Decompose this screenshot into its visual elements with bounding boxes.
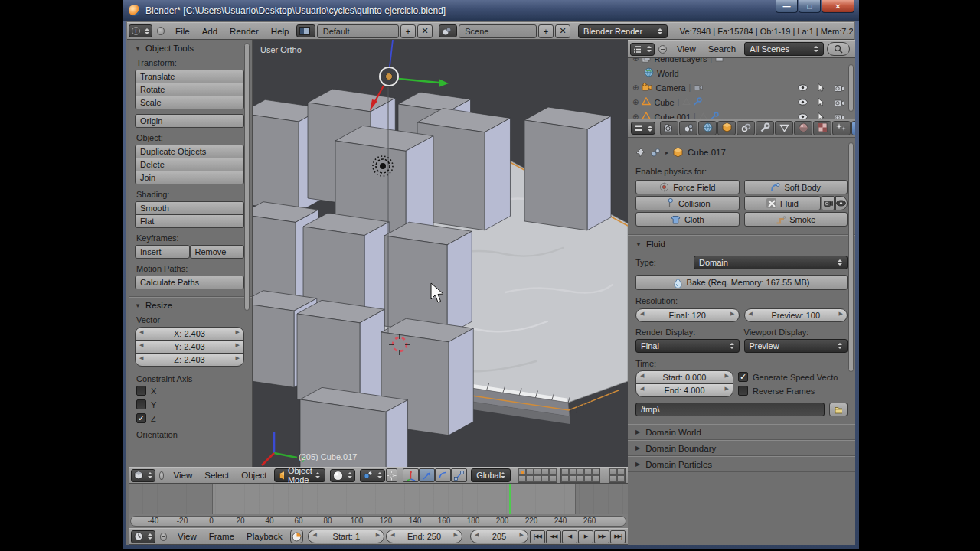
resize-vector-slider-y[interactable]: ◀Y: 2.403▶ <box>135 340 244 354</box>
manipulator-axes-icon-button[interactable] <box>403 468 419 482</box>
timeline-menu-playback[interactable]: Playback <box>240 532 289 541</box>
editor-type-selector-timeline[interactable] <box>131 530 155 543</box>
resize-panel-header[interactable]: ▼ Resize <box>135 301 244 310</box>
selectability-cursor-icon[interactable] <box>818 83 825 92</box>
resolution-preview-slider[interactable]: ◀Preview: 100▶ <box>744 308 848 322</box>
outliner-item-name[interactable]: World <box>657 69 679 78</box>
viewport-menu-object[interactable]: Object <box>235 471 273 480</box>
outliner-item-name[interactable]: Camera <box>655 83 685 93</box>
3d-viewport[interactable]: y User Ortho (205) Cube.017 <box>253 40 628 467</box>
fluid-viewport-toggle[interactable] <box>835 196 848 210</box>
layer-cell[interactable] <box>526 475 534 482</box>
breadcrumb-object-name[interactable]: Cube.017 <box>688 148 726 157</box>
generate-speed-vectors-option[interactable]: ✓ Generate Speed Vecto <box>738 372 848 382</box>
selectability-cursor-icon[interactable] <box>818 98 825 106</box>
constraint-axis-checkbox-y[interactable] <box>136 399 146 409</box>
outliner-menu-view[interactable]: View <box>671 44 702 54</box>
object-tools-panel-header[interactable]: ▼ Object Tools <box>135 44 244 53</box>
viewport-display-dropdown[interactable]: Preview <box>744 339 848 353</box>
timeline-playhead[interactable] <box>509 484 511 514</box>
layer-cell[interactable] <box>534 468 541 475</box>
renderability-camera-icon[interactable] <box>835 99 844 106</box>
previous-keyframe-button[interactable]: ◀◀ <box>546 530 561 543</box>
tab-physics[interactable] <box>851 121 855 135</box>
tab-modifiers[interactable] <box>756 121 774 135</box>
selectability-cursor-icon[interactable] <box>818 112 825 119</box>
layer-cell[interactable] <box>625 468 626 475</box>
editor-type-selector-properties[interactable] <box>631 122 655 135</box>
editor-type-selector-info[interactable]: i <box>129 24 152 37</box>
tab-data[interactable] <box>775 121 793 135</box>
menu-render[interactable]: Render <box>224 27 265 36</box>
tool-button-translate[interactable]: Translate <box>135 70 244 83</box>
time-end-slider[interactable]: ◀End: 4.000▶ <box>635 383 733 397</box>
timeline-scrollbar[interactable]: -40-200204060801001201401601802002202402… <box>129 514 628 528</box>
expand-icon[interactable]: ⊕ <box>632 112 639 119</box>
collapsed-panel-domain-boundary[interactable]: ▶Domain Boundary <box>628 440 855 456</box>
visibility-eye-icon[interactable] <box>798 99 808 106</box>
collapse-menus-icon[interactable] <box>159 471 164 480</box>
layer-cell[interactable] <box>518 468 526 475</box>
outliner-scrollbar[interactable] <box>848 64 854 112</box>
editor-type-selector-outliner[interactable] <box>630 43 655 56</box>
collapse-menus-icon[interactable] <box>160 533 167 541</box>
layer-cell[interactable] <box>561 475 569 482</box>
frame-end-field[interactable]: ◀End: 250▶ <box>386 530 462 543</box>
outliner-filter-dropdown[interactable]: All Scenes <box>744 42 824 56</box>
renderability-camera-icon[interactable] <box>835 113 844 120</box>
collapsed-panel-domain-particles[interactable]: ▶Domain Particles <box>628 456 855 472</box>
delete-scene-button[interactable]: ✕ <box>555 24 570 38</box>
tool-button-remove[interactable]: Remove <box>190 245 245 259</box>
outliner-row-cube.001[interactable]: ⊕Cube.001| <box>628 109 855 119</box>
play-button[interactable]: ▶ <box>578 530 593 543</box>
constraint-axis-checkbox-z[interactable]: ✓ <box>136 413 146 423</box>
fluid-type-dropdown[interactable]: Domain <box>694 256 848 269</box>
layer-cell[interactable] <box>584 468 592 475</box>
layer-cell[interactable] <box>569 468 577 475</box>
outliner-menu-search[interactable]: Search <box>702 44 742 54</box>
layer-cell[interactable] <box>549 475 557 482</box>
layer-cell[interactable] <box>592 468 599 475</box>
timeline-canvas[interactable] <box>129 484 628 514</box>
scene-field[interactable]: Scene <box>459 24 537 38</box>
render-engine-dropdown[interactable]: Blender Render <box>578 24 668 38</box>
outliner-search-button[interactable] <box>827 42 850 56</box>
layers-grid-right[interactable] <box>560 468 600 483</box>
layers-grid-left[interactable] <box>518 468 557 483</box>
tab-material[interactable] <box>794 121 812 135</box>
editor-type-selector-3dview[interactable] <box>131 469 155 482</box>
outliner-row-cube[interactable]: ⊕Cube| <box>628 95 855 109</box>
tool-button-scale[interactable]: Scale <box>135 96 244 109</box>
tool-button-duplicate-objects[interactable]: Duplicate Objects <box>135 145 244 158</box>
record-button[interactable] <box>290 530 304 543</box>
next-keyframe-button[interactable]: ▶▶ <box>594 530 609 543</box>
screen-layout-icon-button[interactable] <box>296 24 315 37</box>
layer-cell[interactable] <box>617 475 625 482</box>
manipulator-translate-button[interactable] <box>419 468 435 482</box>
outliner-item-name[interactable]: RenderLayers <box>654 58 707 64</box>
play-reverse-button[interactable]: ◀ <box>562 530 577 543</box>
physics-button-collision[interactable]: Collision <box>635 196 740 210</box>
tool-button-smooth[interactable]: Smooth <box>135 201 244 215</box>
renderability-camera-icon[interactable] <box>835 84 844 92</box>
pivot-point-dropdown[interactable] <box>360 469 385 482</box>
slider-left-arrow-icon[interactable]: ◀ <box>139 342 143 348</box>
layer-cell[interactable] <box>534 475 541 482</box>
visibility-eye-icon[interactable] <box>798 113 808 119</box>
expand-icon[interactable]: ⊕ <box>632 58 639 63</box>
tab-particles[interactable] <box>832 121 851 135</box>
fluid-panel-header[interactable]: ▼ Fluid <box>635 240 848 249</box>
maximize-button[interactable]: □ <box>799 0 821 13</box>
current-frame-field[interactable]: ◀205▶ <box>470 530 528 543</box>
timeline-scrollbar-handle[interactable] <box>130 516 626 527</box>
manipulator-center-toggle[interactable] <box>386 468 397 482</box>
tool-button-calculate-paths[interactable]: Calculate Paths <box>135 276 244 289</box>
menu-file[interactable]: File <box>169 27 196 36</box>
frame-start-field[interactable]: ◀Start: 1▶ <box>308 530 384 543</box>
constraint-axis-option-x[interactable]: X <box>136 386 244 396</box>
pin-icon[interactable] <box>635 148 645 158</box>
cache-path-field[interactable]: /tmp\ <box>635 403 825 416</box>
manipulator-rotate-button[interactable] <box>435 468 451 482</box>
minimize-button[interactable]: — <box>776 0 798 13</box>
tool-button-rotate[interactable]: Rotate <box>135 83 244 96</box>
